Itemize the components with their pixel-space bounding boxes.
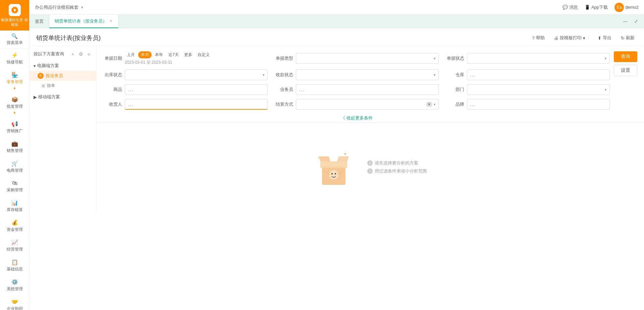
tab-maximize-button[interactable]: ⤢ xyxy=(632,17,640,25)
doc-type-input[interactable]: ▾ xyxy=(296,53,439,64)
out-status-label: 出库状态 xyxy=(103,72,122,78)
tab-sales-stat-label: 销货单统计表（按业务员） xyxy=(55,18,107,24)
svg-point-6 xyxy=(331,173,333,174)
date-tab-more[interactable]: 更多 xyxy=(182,51,194,58)
filter-date: 单据日期 上月 本月 本年 近7天 更多 自定义 xyxy=(103,51,268,65)
panel-title: 按以下方案查询 xyxy=(34,51,64,57)
sidebar-item-wholesale-label: 批发管理 xyxy=(7,104,23,109)
search-menu[interactable]: 🔍 搜索菜单 xyxy=(0,31,29,49)
tab-close-button[interactable]: × xyxy=(109,18,113,24)
filter-salesman: 业务员 ... xyxy=(274,84,439,95)
refresh-label: 刷新 xyxy=(626,35,635,41)
empty-state: ✦ ✦ xyxy=(97,123,644,213)
sidebar-item-purchase-label: 采购管理 xyxy=(7,187,23,193)
sidebar-item-marketing[interactable]: 📢 营销推广 xyxy=(0,117,29,137)
salesman-label: 业务员 xyxy=(274,87,293,93)
refresh-icon: ↻ xyxy=(621,36,625,41)
out-status-input[interactable]: ▾ xyxy=(125,69,268,80)
payment-status-input[interactable]: ▾ xyxy=(296,69,439,80)
filter-dept: 部门 ▾ xyxy=(445,84,610,95)
page-actions: ? 帮助 🖨 按模板打印 ▾ ⬆ 导出 ↻ 刷新 xyxy=(530,34,637,42)
sidebar-item-basic[interactable]: 📋 基础信息 xyxy=(0,256,29,275)
query-button[interactable]: 查询 xyxy=(614,51,637,62)
collapse-button[interactable]: 《 收起更多条件 xyxy=(103,112,610,122)
mobile-scheme-arrow: ▶ xyxy=(34,95,37,100)
doc-status-arrow: ▾ xyxy=(605,56,607,61)
refresh-button[interactable]: ↻ 刷新 xyxy=(618,34,637,42)
scheme-icon: 员 xyxy=(38,73,44,79)
empty-step-2: 2 用过滤条件来缩小分析范围 xyxy=(367,168,427,174)
warehouse-input[interactable]: ... xyxy=(467,69,610,80)
add-scheme-button[interactable]: + xyxy=(69,51,76,57)
empty-content: ✦ ✦ xyxy=(314,150,427,187)
sidebar-item-operation[interactable]: 📈 经营管理 xyxy=(0,236,29,256)
sidebar-item-finance[interactable]: 💰 资金管理 xyxy=(0,216,29,236)
mobile-scheme-label: 移动端方案 xyxy=(38,94,60,100)
content-area: 销货单统计表(按业务员) ? 帮助 🖨 按模板打印 ▾ ⬆ 导出 xyxy=(30,28,644,310)
sidebar-item-system[interactable]: ⚙️ 系统管理 xyxy=(0,275,29,295)
brand-input[interactable]: ... xyxy=(467,99,610,110)
mobile-scheme-group[interactable]: ▶ 移动端方案 xyxy=(30,92,96,102)
quick-nav[interactable]: ⚡ 快捷导航 xyxy=(0,49,29,68)
out-status-arrow: ▾ xyxy=(263,73,265,77)
sidebar-item-enterprise[interactable]: 🤝 企业协同 xyxy=(0,295,29,310)
product-input[interactable]: ... xyxy=(125,84,268,95)
desktop-scheme-arrow: ▾ xyxy=(34,63,36,68)
panel-actions: + ⚙ « xyxy=(69,51,92,57)
export-icon: ⬆ xyxy=(598,36,601,41)
sidebar: 畅捷通好生意 标账版 🔍 搜索菜单 ⚡ 快捷导航 🏪 零售管理 ▲ 📦 批发管理… xyxy=(0,0,30,310)
filter-doc-type: 单据类型 ▾ xyxy=(274,53,439,64)
divider xyxy=(588,36,588,40)
template-print-button[interactable]: 🖨 按模板打印 ▾ xyxy=(551,34,591,42)
dept-label: 部门 xyxy=(445,87,464,93)
sidebar-item-sales[interactable]: 💼 销售管理 xyxy=(0,137,29,157)
help-button[interactable]: ? 帮助 xyxy=(530,34,547,42)
help-icon: ? xyxy=(532,36,535,41)
tab-sales-stat[interactable]: 销货单统计表（按业务员） × xyxy=(49,15,118,28)
payment-status-arrow: ▾ xyxy=(434,73,436,77)
desktop-scheme-toggle[interactable]: ▾ 电脑端方案 xyxy=(30,61,96,71)
export-button[interactable]: ⬆ 导出 xyxy=(595,34,614,42)
sidebar-item-wholesale[interactable]: 📦 批发管理 ▲ xyxy=(0,93,29,117)
date-tab-custom[interactable]: 自定义 xyxy=(196,51,212,58)
desktop-scheme-group: ▾ 电脑端方案 员 按业务员 ⊞ 按单 xyxy=(30,59,96,92)
download-button[interactable]: 📱 App下载 xyxy=(585,4,608,10)
sidebar-item-inventory[interactable]: 📊 库存核算 xyxy=(0,196,29,216)
collapse-panel-button[interactable]: « xyxy=(86,51,92,57)
date-tab-last-7[interactable]: 近7天 xyxy=(166,51,181,58)
left-panel: 按以下方案查询 + ⚙ « ▾ 电脑端方案 员 xyxy=(30,46,97,213)
receiver-dots: ... xyxy=(128,101,133,107)
sidebar-item-ecommerce[interactable]: 🛒 电商管理 xyxy=(0,157,29,177)
svg-text:✦: ✦ xyxy=(317,157,320,160)
user-profile[interactable]: Ea demo2 xyxy=(614,3,639,12)
breadcrumb-arrow[interactable]: ▾ xyxy=(81,5,83,10)
settings-scheme-button[interactable]: ⚙ xyxy=(77,51,84,57)
dept-arrow: ▾ xyxy=(605,88,607,92)
settlement-input[interactable]: × ▾ xyxy=(296,99,439,110)
message-icon: 💬 xyxy=(562,5,568,10)
topbar-left: 办公用品行业模拟账套 ▾ xyxy=(35,4,83,10)
message-button[interactable]: 💬 消息 xyxy=(562,4,578,10)
settlement-clear-tag[interactable]: × xyxy=(426,102,432,107)
doc-status-input[interactable]: ▾ xyxy=(467,53,610,64)
settings-button[interactable]: 设置 xyxy=(614,65,637,76)
receiver-input[interactable]: ... xyxy=(125,99,268,110)
tab-home[interactable]: 首页 xyxy=(30,15,49,28)
salesman-input[interactable]: ... xyxy=(296,84,439,95)
date-tab-this-month[interactable]: 本月 xyxy=(138,51,152,58)
scheme-by-order[interactable]: ⊞ 按单 xyxy=(30,81,96,91)
date-tab-this-year[interactable]: 本年 xyxy=(153,51,165,58)
sidebar-item-purchase[interactable]: 🛍 采购管理 xyxy=(0,177,29,196)
scheme-by-staff[interactable]: 员 按业务员 xyxy=(30,71,96,81)
warehouse-label: 仓库 xyxy=(445,72,464,78)
filter-product: 商品 ... xyxy=(103,84,268,95)
dept-input[interactable]: ▾ xyxy=(467,84,610,95)
app-logo[interactable]: 畅捷通好生意 标账版 xyxy=(0,0,29,31)
sidebar-item-marketing-label: 营销推广 xyxy=(7,128,23,134)
date-tab-last-month[interactable]: 上月 xyxy=(125,51,137,58)
avatar: Ea xyxy=(614,3,624,12)
sidebar-item-retail[interactable]: 🏪 零售管理 ▲ xyxy=(0,68,29,93)
tab-minimize-button[interactable]: — xyxy=(621,17,629,25)
scheme-by-order-label: 按单 xyxy=(47,83,55,89)
print-arrow[interactable]: ▾ xyxy=(583,36,585,41)
